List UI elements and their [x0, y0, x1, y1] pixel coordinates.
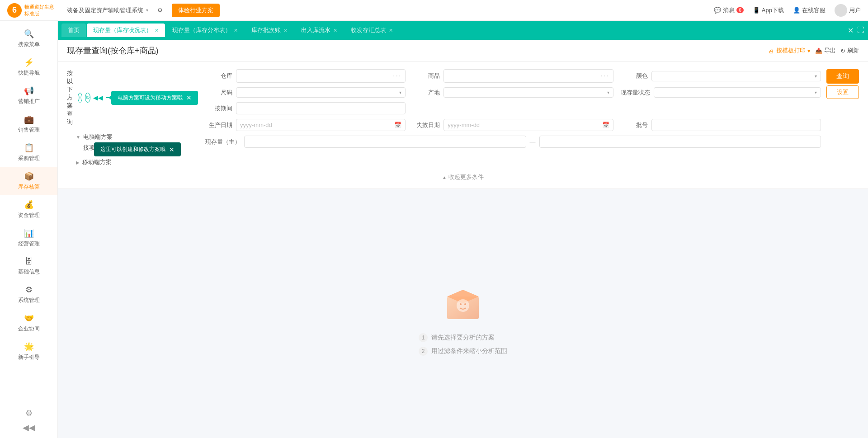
tab-inventory-status-close[interactable]: ✕: [155, 28, 159, 33]
sidebar-label-quicknav: 快捷导航: [18, 69, 40, 77]
period-input[interactable]: [236, 102, 406, 114]
collapse-button[interactable]: ▲ 收起更多条件: [442, 173, 484, 181]
tooltip2-close[interactable]: ✕: [169, 146, 175, 153]
tab-batch-account-close[interactable]: ✕: [283, 28, 288, 33]
goods-dots: ···: [600, 72, 609, 80]
management-icon: 📊: [24, 228, 34, 238]
message-item[interactable]: 💬 消息 6: [714, 6, 744, 14]
tab-inventory-status-label: 现存量（库存状况表）: [93, 26, 152, 34]
sidebar-item-purchase[interactable]: 📋 采购管理: [0, 138, 57, 167]
filter-row-4: 生产日期 yyyy-mm-dd 📅 失效日期: [205, 119, 821, 131]
settings-icon-btn[interactable]: ⚙: [154, 4, 166, 17]
system-icon: ⚙: [25, 285, 33, 295]
reset-button[interactable]: 设置: [826, 85, 859, 99]
stock-min-input[interactable]: [244, 136, 526, 148]
inventory-status-select[interactable]: ▾: [654, 87, 821, 98]
filter-row-3: 按期间: [205, 102, 821, 114]
refresh-icon: ↻: [840, 47, 845, 54]
size-select[interactable]: ▾: [236, 87, 406, 98]
sidebar-item-sales[interactable]: 💼 销售管理: [0, 110, 57, 138]
tab-batch-account[interactable]: 库存批次账 ✕: [245, 24, 294, 37]
tab-inventory-dist-close[interactable]: ✕: [234, 28, 238, 33]
hint-num-2: 2: [419, 347, 428, 356]
tab-summary[interactable]: 收发存汇总表 ✕: [344, 24, 399, 37]
content-area: 首页 现存量（库存状况表） ✕ 现存量（库存分布表） ✕ 库存批次账 ✕ 出入库…: [58, 21, 868, 438]
sidebar-item-marketing[interactable]: 📢 营销推广: [0, 81, 57, 110]
tab-close-all-btn[interactable]: ✕: [848, 26, 854, 35]
tab-summary-label: 收发存汇总表: [351, 26, 386, 34]
sidebar-item-guide[interactable]: 🌟 新手引导: [0, 337, 57, 366]
sidebar-item-system[interactable]: ⚙ 系统管理: [0, 280, 57, 309]
purchase-icon: 📋: [24, 143, 34, 153]
tab-inventory-status[interactable]: 现存量（库存状况表） ✕: [87, 24, 165, 37]
top-bar-right: 💬 消息 6 📱 App下载 👤 在线客服 用户: [714, 4, 861, 17]
chevron-down-icon[interactable]: ▾: [146, 8, 148, 13]
tab-home[interactable]: 首页: [61, 24, 86, 37]
app-download-label: App下载: [762, 6, 784, 14]
sidebar-item-inventory[interactable]: 📦 库存核算: [0, 167, 57, 195]
sidebar-item-finance[interactable]: 💰 资金管理: [0, 195, 57, 224]
sidebar-label-system: 系统管理: [18, 297, 40, 304]
tab-flow-close[interactable]: ✕: [333, 28, 337, 33]
refresh-btn[interactable]: ↻ 刷新: [840, 47, 859, 55]
sidebar-label-management: 经营管理: [18, 240, 40, 248]
filter-field-batch: 批号: [621, 119, 821, 131]
origin-select[interactable]: ▾: [443, 87, 613, 98]
sidebar-settings-btn[interactable]: ⚙: [25, 408, 33, 418]
quicknav-icon: ⚡: [24, 57, 34, 67]
production-date-picker[interactable]: yyyy-mm-dd 📅: [236, 119, 406, 131]
tooltip1-arrow: [108, 95, 111, 100]
export-btn[interactable]: 📤 导出: [815, 47, 836, 55]
add-scheme-btn[interactable]: +: [78, 93, 82, 103]
app-download-item[interactable]: 📱 App下载: [753, 6, 784, 14]
back-btn[interactable]: ◀◀: [93, 93, 103, 103]
marketing-icon: 📢: [24, 86, 34, 96]
goods-select[interactable]: ···: [443, 69, 613, 83]
batch-input[interactable]: [651, 119, 821, 131]
sidebar-item-management[interactable]: 📊 经营管理: [0, 224, 57, 252]
production-date-placeholder: yyyy-mm-dd: [240, 122, 272, 128]
tab-flow[interactable]: 出入库流水 ✕: [295, 24, 344, 37]
experience-button[interactable]: 体验行业方案: [172, 4, 220, 17]
main-layout: 🔍 搜索菜单 ⚡ 快捷导航 📢 营销推广 💼 销售管理 📋 采购管理 📦: [0, 21, 868, 438]
filter-field-warehouse: 仓库 ···: [205, 69, 406, 83]
sidebar-item-quicknav[interactable]: ⚡ 快捷导航: [0, 53, 57, 81]
tab-inventory-dist[interactable]: 现存量（库存分布表） ✕: [166, 24, 244, 37]
stock-max-input[interactable]: [539, 136, 821, 148]
warehouse-select[interactable]: ···: [236, 69, 406, 83]
user-avatar: [835, 4, 847, 17]
search-button[interactable]: 查询: [826, 69, 859, 84]
sidebar-item-cooperation[interactable]: 🤝 企业协同: [0, 309, 57, 337]
filter-form: 仓库 ··· 商品: [205, 69, 821, 150]
production-date-label: 生产日期: [205, 121, 232, 129]
color-arrow: ▾: [815, 74, 817, 79]
expiry-date-picker[interactable]: yyyy-mm-dd 📅: [443, 119, 613, 131]
inventory-status-arrow: ▾: [815, 90, 817, 95]
user-item[interactable]: 用户: [835, 4, 861, 17]
refresh-scheme-btn[interactable]: ↻: [85, 93, 90, 103]
system-name: 装备及固定资产辅助管理系统 ▾: [67, 6, 148, 14]
color-select[interactable]: ▾: [651, 71, 821, 81]
inventory-status-label: 现存量状态: [621, 89, 650, 97]
tooltip1-close[interactable]: ✕: [186, 94, 192, 101]
sidebar-label-sales: 销售管理: [18, 126, 40, 134]
size-label: 尺码: [205, 89, 232, 97]
sidebar-label-cooperation: 企业协同: [18, 325, 40, 333]
sidebar-item-basic[interactable]: 🗄 基础信息: [0, 252, 57, 280]
online-service-item[interactable]: 👤 在线客服: [793, 6, 826, 14]
filter-field-period: 按期间: [205, 102, 406, 114]
tooltip2-wrapper: 接项目 这里可以创建和修改方案哦 ✕: [67, 142, 198, 153]
print-icon: 🖨: [769, 47, 774, 54]
filter-row-5: 现存量（主） —: [205, 136, 821, 148]
sidebar-collapse-btn[interactable]: ◀◀: [23, 423, 35, 433]
sidebar-item-search[interactable]: 🔍 搜索菜单: [0, 24, 57, 53]
size-arrow: ▾: [399, 90, 401, 95]
hint-num-1: 1: [419, 333, 428, 342]
tooltip1-container: 电脑方案可设为移动方案哦 ✕: [106, 91, 198, 105]
print-btn[interactable]: 🖨 按模板打印 ▾: [769, 47, 811, 55]
filter-label: 按以下方案查询: [67, 69, 75, 126]
tab-expand-btn[interactable]: ⛶: [857, 26, 864, 35]
tab-summary-close[interactable]: ✕: [389, 28, 393, 33]
pc-scheme-header[interactable]: ▼ 电脑端方案: [67, 132, 198, 142]
mobile-scheme-header[interactable]: ▶ 移动端方案: [67, 157, 198, 168]
